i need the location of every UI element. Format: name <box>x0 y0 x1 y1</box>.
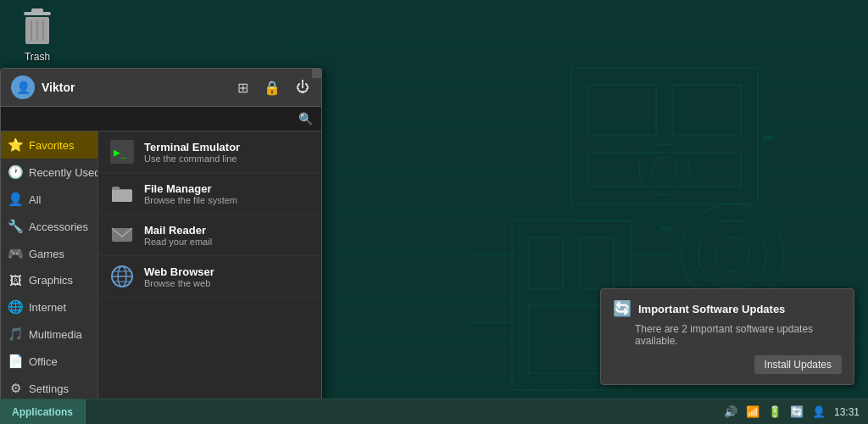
sidebar-item-label: Multimedia <box>29 328 82 341</box>
app-desc-browser: Browse the web <box>144 278 214 288</box>
notification-header: 🔄 Important Software Updates <box>613 299 842 318</box>
sidebar-item-label: Office <box>29 355 58 368</box>
search-icon: 🔍 <box>298 112 313 126</box>
notification-body: There are 2 important software updates a… <box>613 323 842 347</box>
settings-icon: ⚙ <box>8 381 23 396</box>
app-item-mail[interactable]: Mail Reader Read your email <box>98 215 321 256</box>
svg-text:▶_: ▶_ <box>114 146 127 159</box>
trash-icon <box>17 7 58 47</box>
screen-button[interactable]: ⊞ <box>236 78 250 98</box>
favorites-icon: ⭐ <box>8 137 23 153</box>
sidebar-item-label: All <box>29 193 41 206</box>
menu-header-left: 👤 Viktor <box>11 75 75 99</box>
install-updates-button[interactable]: Install Updates <box>754 355 842 374</box>
svg-text:160: 160 <box>762 134 774 142</box>
app-name-mail: Mail Reader <box>144 224 212 237</box>
app-name-filemanager: File Manager <box>144 182 237 195</box>
sidebar-item-multimedia[interactable]: 🎵 Multimedia <box>1 321 97 348</box>
menu-content: ▶_ Terminal Emulator Use the command lin… <box>98 131 321 411</box>
sidebar-item-games[interactable]: 🎮 Games <box>1 240 97 267</box>
lock-button[interactable]: 🔒 <box>262 78 282 98</box>
update-notification-icon: 🔄 <box>613 299 632 318</box>
svg-rect-31 <box>529 237 563 288</box>
app-desc-terminal: Use the command line <box>144 153 240 164</box>
sidebar-item-label: Recently Used <box>29 166 98 179</box>
battery-icon[interactable]: 🔋 <box>768 405 782 418</box>
sidebar-item-favorites[interactable]: ⭐ Favorites <box>1 131 97 159</box>
svg-rect-25 <box>673 85 741 136</box>
internet-icon: 🌐 <box>8 299 23 315</box>
menu-sidebar: ⭐ Favorites 🕐 Recently Used 👤 All 🔧 Acce… <box>1 131 98 411</box>
taskbar-right: 🔊 📶 🔋 🔄 👤 13:31 <box>715 405 868 418</box>
recently-used-icon: 🕐 <box>8 165 23 180</box>
all-icon: 👤 <box>8 192 23 207</box>
user-name: Viktor <box>42 81 75 94</box>
terminal-icon: ▶_ <box>108 138 136 165</box>
mail-icon <box>108 221 136 248</box>
sidebar-item-label: Settings <box>29 382 69 395</box>
update-icon[interactable]: 🔄 <box>790 405 804 418</box>
sidebar-item-all[interactable]: 👤 All <box>1 186 97 213</box>
svg-text:220: 220 <box>660 225 672 232</box>
sidebar-item-accessories[interactable]: 🔧 Accessories <box>1 213 97 240</box>
app-item-terminal[interactable]: ▶_ Terminal Emulator Use the command lin… <box>98 131 321 173</box>
svg-rect-24 <box>588 85 656 136</box>
svg-rect-32 <box>580 237 614 288</box>
app-name-browser: Web Browser <box>144 265 214 278</box>
search-input[interactable] <box>9 113 293 126</box>
app-desc-mail: Read your email <box>144 237 212 247</box>
app-item-filemanager[interactable]: File Manager Browse the file system <box>98 173 321 215</box>
sidebar-item-office[interactable]: 📄 Office <box>1 348 97 375</box>
app-item-browser[interactable]: Web Browser Browse the web <box>98 256 321 298</box>
app-menu: 👤 Viktor ⊞ 🔒 ⏻ 🔍 ⭐ Favorites 🕐 Recently … <box>0 68 322 412</box>
svg-rect-51 <box>112 190 132 202</box>
user-taskbar-icon[interactable]: 👤 <box>812 405 826 418</box>
app-desc-filemanager: Browse the file system <box>144 195 237 205</box>
taskbar-time: 13:31 <box>834 406 860 418</box>
sidebar-item-label: Accessories <box>29 220 88 233</box>
menu-resize-handle[interactable] <box>312 68 322 78</box>
sidebar-item-label: Graphics <box>29 274 73 287</box>
accessories-icon: 🔧 <box>8 219 23 234</box>
trash-label: Trash <box>25 51 50 63</box>
sidebar-item-label: Internet <box>29 301 66 314</box>
applications-button[interactable]: Applications <box>0 399 86 424</box>
folder-icon <box>108 180 136 207</box>
notification-title: Important Software Updates <box>638 303 785 315</box>
menu-header: 👤 Viktor ⊞ 🔒 ⏻ <box>1 69 321 107</box>
sidebar-item-graphics[interactable]: 🖼 Graphics <box>1 267 97 293</box>
volume-icon[interactable]: 🔊 <box>724 405 737 418</box>
avatar: 👤 <box>11 75 35 99</box>
menu-body: ⭐ Favorites 🕐 Recently Used 👤 All 🔧 Acce… <box>1 131 321 411</box>
office-icon: 📄 <box>8 354 23 369</box>
power-button[interactable]: ⏻ <box>294 78 311 97</box>
sidebar-item-label: Games <box>29 248 64 260</box>
browser-icon <box>108 263 136 290</box>
menu-header-right: ⊞ 🔒 ⏻ <box>236 78 311 98</box>
app-name-terminal: Terminal Emulator <box>144 141 240 153</box>
games-icon: 🎮 <box>8 246 23 261</box>
sidebar-item-recently-used[interactable]: 🕐 Recently Used <box>1 159 97 186</box>
graphics-icon: 🖼 <box>8 273 23 287</box>
trash-desktop-icon[interactable]: Trash <box>17 7 58 63</box>
sidebar-item-label: Favorites <box>29 139 74 152</box>
notification-panel: 🔄 Important Software Updates There are 2… <box>600 288 854 385</box>
network-icon[interactable]: 📶 <box>746 405 760 418</box>
multimedia-icon: 🎵 <box>8 326 23 342</box>
sidebar-item-internet[interactable]: 🌐 Internet <box>1 293 97 321</box>
applications-label: Applications <box>12 406 73 418</box>
menu-search-bar: 🔍 <box>1 107 321 131</box>
taskbar: Applications 🔊 📶 🔋 🔄 👤 13:31 <box>0 399 868 424</box>
svg-rect-44 <box>31 8 43 13</box>
